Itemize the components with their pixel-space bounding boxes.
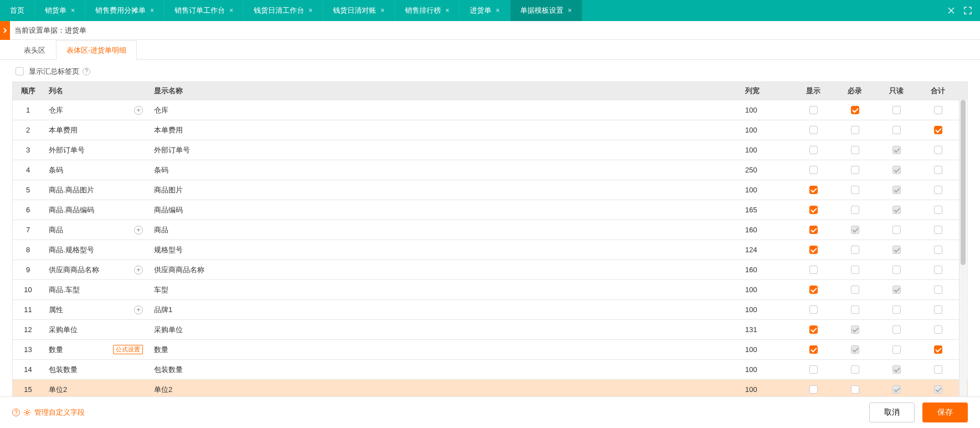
checkbox-show[interactable] — [809, 226, 818, 234]
close-all-tabs-icon[interactable] — [947, 6, 956, 15]
cell-width[interactable]: 131 — [740, 320, 792, 340]
top-tab[interactable]: 首页 — [0, 0, 35, 21]
cancel-button[interactable]: 取消 — [869, 402, 915, 422]
checkbox-required[interactable] — [851, 186, 859, 194]
checkbox-required[interactable] — [851, 385, 859, 394]
checkbox-readonly[interactable] — [892, 226, 901, 234]
cell-width[interactable]: 100 — [740, 300, 792, 320]
top-tab[interactable]: 钱货日清工作台× — [244, 0, 323, 21]
checkbox-required[interactable] — [851, 365, 859, 374]
checkbox-readonly[interactable] — [892, 325, 901, 334]
cell-display-name[interactable]: 商品 — [148, 220, 740, 240]
checkbox-total[interactable] — [934, 365, 942, 374]
top-tab[interactable]: 钱货日清对账× — [323, 0, 395, 21]
cell-width[interactable]: 100 — [740, 280, 792, 300]
cell-display-name[interactable]: 商品图片 — [148, 180, 740, 200]
cell-display-name[interactable]: 包装数量 — [148, 360, 740, 380]
formula-settings-button[interactable]: 公式设置 — [113, 345, 143, 354]
checkbox-total[interactable] — [934, 146, 942, 154]
checkbox-required[interactable] — [851, 246, 859, 254]
top-tab[interactable]: 销售费用分摊单× — [85, 0, 165, 21]
table-row[interactable]: 14包装数量包装数量100 — [13, 360, 967, 380]
cell-display-name[interactable]: 条码 — [148, 160, 740, 180]
cell-width[interactable]: 160 — [740, 220, 792, 240]
table-row[interactable]: 4条码条码250 — [13, 160, 967, 180]
checkbox-total[interactable] — [934, 266, 942, 274]
vertical-scrollbar[interactable] — [959, 100, 967, 400]
table-row[interactable]: 1仓库+仓库100 — [13, 100, 967, 120]
add-icon[interactable]: + — [134, 226, 143, 235]
cell-width[interactable]: 100 — [740, 360, 792, 380]
checkbox-total[interactable] — [934, 305, 942, 314]
close-icon[interactable]: × — [71, 7, 75, 14]
cell-width[interactable]: 100 — [740, 340, 792, 360]
cell-display-name[interactable]: 外部订单号 — [148, 140, 740, 160]
subtab[interactable]: 表体区-进货单明细 — [56, 40, 137, 60]
checkbox-required[interactable] — [851, 106, 859, 114]
cell-width[interactable]: 160 — [740, 260, 792, 280]
cell-width[interactable]: 100 — [740, 100, 792, 120]
cell-display-name[interactable]: 品牌1 — [148, 300, 740, 320]
top-tab[interactable]: 销售订单工作台× — [165, 0, 244, 21]
checkbox-show[interactable] — [809, 206, 818, 214]
top-tab[interactable]: 销货单× — [35, 0, 85, 21]
close-icon[interactable]: × — [496, 7, 500, 14]
checkbox-total[interactable] — [934, 166, 942, 174]
save-button[interactable]: 保存 — [922, 402, 968, 422]
show-summary-tab-checkbox[interactable] — [16, 67, 24, 75]
close-icon[interactable]: × — [568, 7, 572, 14]
checkbox-total[interactable] — [934, 126, 942, 134]
add-icon[interactable]: + — [134, 266, 143, 274]
table-row[interactable]: 11属性+品牌1100 — [13, 300, 967, 320]
fullscreen-icon[interactable] — [963, 6, 972, 15]
checkbox-required[interactable] — [851, 146, 859, 154]
cell-display-name[interactable]: 仓库 — [148, 100, 740, 120]
checkbox-readonly[interactable] — [892, 126, 901, 134]
add-icon[interactable]: + — [134, 305, 143, 314]
cell-width[interactable]: 250 — [740, 160, 792, 180]
checkbox-required[interactable] — [851, 126, 859, 134]
checkbox-total[interactable] — [934, 286, 942, 294]
checkbox-total[interactable] — [934, 345, 942, 354]
table-row[interactable]: 10商品.车型车型100 — [13, 280, 967, 300]
expand-chevron-icon[interactable] — [0, 21, 10, 40]
cell-width[interactable]: 100 — [740, 140, 792, 160]
cell-display-name[interactable]: 商品编码 — [148, 200, 740, 220]
checkbox-required[interactable] — [851, 305, 859, 314]
scrollbar-thumb[interactable] — [961, 100, 966, 265]
cell-display-name[interactable]: 数量 — [148, 340, 740, 360]
cell-display-name[interactable]: 供应商商品名称 — [148, 260, 740, 280]
top-tab[interactable]: 单据模板设置× — [510, 0, 582, 21]
close-icon[interactable]: × — [381, 7, 384, 14]
table-row[interactable]: 2本单费用本单费用100 — [13, 120, 967, 140]
cell-width[interactable]: 100 — [740, 120, 792, 140]
checkbox-readonly[interactable] — [892, 305, 901, 314]
top-tab[interactable]: 销售排行榜× — [395, 0, 460, 21]
cell-width[interactable]: 165 — [740, 200, 792, 220]
cell-display-name[interactable]: 规格型号 — [148, 240, 740, 260]
checkbox-total[interactable] — [934, 186, 942, 194]
cell-width[interactable]: 100 — [740, 180, 792, 200]
checkbox-readonly[interactable] — [892, 106, 901, 114]
close-icon[interactable]: × — [445, 7, 449, 14]
checkbox-show[interactable] — [809, 365, 818, 374]
checkbox-show[interactable] — [809, 286, 818, 294]
checkbox-required[interactable] — [851, 286, 859, 294]
checkbox-show[interactable] — [809, 345, 818, 354]
checkbox-readonly[interactable] — [892, 345, 901, 354]
checkbox-required[interactable] — [851, 266, 859, 274]
cell-display-name[interactable]: 采购单位 — [148, 320, 740, 340]
checkbox-show[interactable] — [809, 266, 818, 274]
add-icon[interactable]: + — [134, 106, 143, 115]
checkbox-show[interactable] — [809, 246, 818, 254]
checkbox-show[interactable] — [809, 166, 818, 174]
table-row[interactable]: 12采购单位采购单位131 — [13, 320, 967, 340]
help-icon[interactable]: ? — [83, 68, 90, 75]
help-icon[interactable]: ? — [12, 409, 20, 416]
checkbox-total[interactable] — [934, 325, 942, 334]
checkbox-total[interactable] — [934, 226, 942, 234]
checkbox-total[interactable] — [934, 206, 942, 214]
checkbox-show[interactable] — [809, 385, 818, 394]
close-icon[interactable]: × — [150, 7, 154, 14]
table-row[interactable]: 13数量公式设置数量100 — [13, 340, 967, 360]
